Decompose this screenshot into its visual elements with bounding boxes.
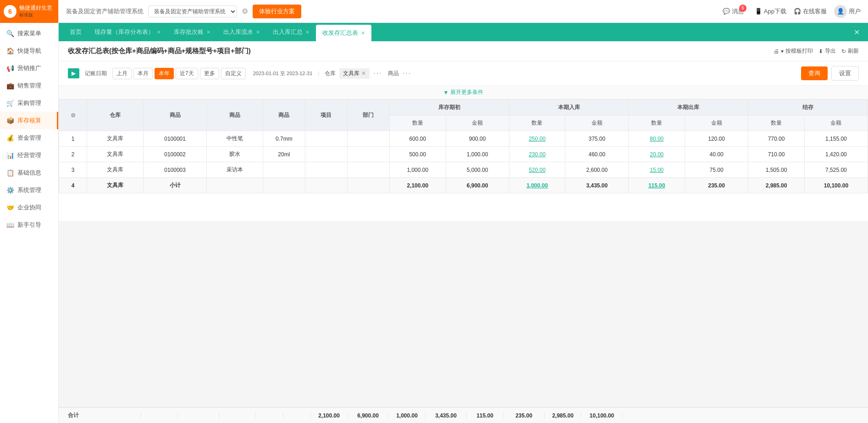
- sidebar-item-sales[interactable]: 💼 销售管理: [0, 77, 58, 94]
- sidebar-item-purchase[interactable]: 🛒 采购管理: [0, 94, 58, 112]
- sidebar-item-marketing[interactable]: 📢 营销推广: [0, 60, 58, 77]
- refresh-button[interactable]: ↻ 刷新: [841, 47, 859, 55]
- tab-inventory-dist[interactable]: 现存量（库存分布表） ✕: [88, 23, 167, 41]
- print-button[interactable]: 🖨 ▾ 按模板打印: [774, 47, 813, 55]
- export-button[interactable]: ⬇ 导出: [818, 47, 836, 55]
- row3-out-qty[interactable]: 15.00: [629, 162, 685, 178]
- subtotal-out-qty[interactable]: 115.00: [629, 178, 685, 193]
- filter-collapse-button[interactable]: ▶: [68, 68, 79, 78]
- sidebar-label-collab: 企业协同: [17, 203, 41, 212]
- warehouse-tag-close-button[interactable]: ✕: [361, 70, 366, 77]
- footer-total-init-amt: 6,900.00: [348, 412, 389, 419]
- row3-in-qty[interactable]: 520.00: [509, 162, 565, 178]
- user-label: 用户: [849, 7, 861, 16]
- date-btn-this-year[interactable]: 本年: [155, 68, 174, 79]
- date-btn-custom[interactable]: 自定义: [221, 68, 246, 79]
- tab-inout-flow[interactable]: 出入库流水 ✕: [217, 23, 266, 41]
- sidebar-item-system[interactable]: ⚙️ 系统管理: [0, 181, 58, 199]
- row1-in-qty[interactable]: 250.00: [509, 131, 565, 147]
- row1-bal-amt: 1,155.00: [804, 131, 868, 147]
- footer-total-out-amt: 235.00: [503, 412, 545, 419]
- gear-icon[interactable]: ⚙: [242, 7, 248, 16]
- filter-date-group: 上月 本月 本年 近7天 更多 自定义: [112, 68, 246, 79]
- column-settings-icon[interactable]: ⚙: [71, 112, 76, 119]
- online-service-button[interactable]: 🎧 在线客服: [794, 7, 827, 16]
- phone-icon: 📱: [755, 8, 762, 15]
- setting-button[interactable]: 设置: [831, 66, 859, 81]
- sidebar-item-collab[interactable]: 🤝 企业协同: [0, 199, 58, 216]
- row2-init-amt: 1,000.00: [446, 147, 509, 162]
- date-btn-7days[interactable]: 近7天: [176, 68, 198, 79]
- subtotal-out-amt: 235.00: [685, 178, 748, 193]
- page-header: 收发存汇总表(按仓库+商品编码+商品+规格型号+项目+部门) 🖨 ▾ 按模板打印…: [59, 41, 868, 61]
- table-row: 3 文具库 0100003 采访本 1,000.00 5,000.00 520.…: [59, 162, 868, 178]
- table-footer: 合计 2,100.00 6,900.00 1,000.00 3,435.00 1…: [59, 407, 868, 423]
- row2-out-qty[interactable]: 20.00: [629, 147, 685, 162]
- subtotal-col4: [263, 178, 305, 193]
- sidebar-label-operations: 经营管理: [17, 151, 41, 159]
- row2-in-qty[interactable]: 230.00: [509, 147, 565, 162]
- date-btn-last-month[interactable]: 上月: [112, 68, 132, 79]
- date-range-display: 2023-01-01 至 2023-12-31: [253, 70, 313, 77]
- tab-home[interactable]: 首页: [63, 23, 88, 41]
- expand-label: 展开更多条件: [450, 88, 483, 96]
- row1-out-qty[interactable]: 80.00: [629, 131, 685, 147]
- sidebar-label-guide: 新手引导: [17, 221, 41, 229]
- tab-close-inventory-dist[interactable]: ✕: [157, 29, 161, 35]
- tab-home-label: 首页: [70, 28, 82, 36]
- app-download-button[interactable]: 📱 App下载: [755, 7, 786, 16]
- query-button[interactable]: 查询: [801, 66, 828, 80]
- expand-conditions-button[interactable]: ▼ 展开更多条件: [443, 88, 484, 96]
- sidebar-item-operations[interactable]: 📊 经营管理: [0, 147, 58, 164]
- table-row: 2 文具库 0100002 胶水 20ml 500.00 1,000.00 23…: [59, 147, 868, 162]
- tab-close-inout-summary[interactable]: ✕: [305, 29, 310, 35]
- sidebar-item-inventory[interactable]: 📦 库存核算: [0, 112, 58, 129]
- footer-spacer-4: [219, 412, 256, 419]
- row1-warehouse: 文具库: [87, 131, 144, 147]
- trial-button[interactable]: 体验行业方案: [253, 5, 301, 18]
- message-button[interactable]: 💬 消息 6: [723, 7, 744, 16]
- sidebar-item-search[interactable]: 🔍 搜索菜单: [0, 25, 58, 42]
- subtotal-bal-qty: 2,985.00: [748, 178, 805, 193]
- warehouse-tag: 文具库 ✕: [339, 68, 370, 79]
- row3-in-amt: 2,600.00: [565, 162, 629, 178]
- goods-more-button[interactable]: ···: [403, 69, 411, 77]
- system-select[interactable]: 装备及固定资产辅助管理系统: [148, 5, 237, 17]
- sidebar-label-inventory: 库存核算: [17, 116, 41, 125]
- date-btn-more[interactable]: 更多: [200, 68, 219, 79]
- tab-inout-summary-label: 出入库汇总: [273, 28, 303, 36]
- sidebar-item-finance[interactable]: 💰 资金管理: [0, 129, 58, 147]
- topbar: 装备及固定资产辅助管理系统 装备及固定资产辅助管理系统 ⚙ 体验行业方案 💬 消…: [59, 0, 868, 23]
- row2-bal-qty: 710.00: [748, 147, 805, 162]
- refresh-icon: ↻: [841, 48, 846, 55]
- sidebar-label-marketing: 营销推广: [17, 64, 41, 72]
- col-init-qty-header: 数量: [389, 115, 446, 131]
- col-bal-qty-header: 数量: [748, 115, 805, 131]
- table-row: 1 文具库 0100001 中性笔 0.7mm 600.00 900.00 25…: [59, 131, 868, 147]
- online-service-label: 在线客服: [803, 7, 827, 16]
- print-dropdown-icon: ▾: [781, 48, 784, 55]
- export-label: 导出: [825, 47, 836, 55]
- tabbar: 首页 现存量（库存分布表） ✕ 库存批次账 ✕ 出入库流水 ✕ 出入库汇总 ✕ …: [59, 23, 868, 41]
- col-out-header: 本期出库: [629, 100, 748, 115]
- date-btn-this-month[interactable]: 本月: [133, 68, 153, 79]
- user-avatar: 👤: [834, 5, 847, 18]
- subtotal-col3: [207, 178, 263, 193]
- table-container: ⚙ 仓库 商品 商品 商品 项目 部门 库存期初 本期入库 本期出库 结存: [59, 99, 868, 221]
- sidebar-item-guide[interactable]: 📖 新手引导: [0, 216, 58, 234]
- warehouse-more-button[interactable]: ···: [373, 69, 382, 77]
- collab-icon: 🤝: [6, 204, 14, 211]
- tab-close-receipt-summary[interactable]: ✕: [361, 30, 365, 36]
- tab-inout-summary[interactable]: 出入库汇总 ✕: [266, 23, 316, 41]
- close-all-tabs-button[interactable]: ✕: [850, 28, 863, 37]
- tab-close-inout-flow[interactable]: ✕: [256, 29, 260, 35]
- sidebar-item-basic[interactable]: 📋 基础信息: [0, 164, 58, 181]
- user-button[interactable]: 👤 用户: [834, 5, 861, 18]
- sidebar-item-nav[interactable]: 🏠 快捷导航: [0, 42, 58, 60]
- tab-receipt-summary[interactable]: 收发存汇总表 ✕: [316, 25, 371, 41]
- tab-batch[interactable]: 库存批次账 ✕: [167, 23, 217, 41]
- subtotal-in-qty[interactable]: 1,000.00: [509, 178, 565, 193]
- sidebar-label-basic: 基础信息: [17, 169, 41, 177]
- subtotal-label: 小计: [144, 178, 207, 193]
- tab-close-batch[interactable]: ✕: [206, 29, 210, 35]
